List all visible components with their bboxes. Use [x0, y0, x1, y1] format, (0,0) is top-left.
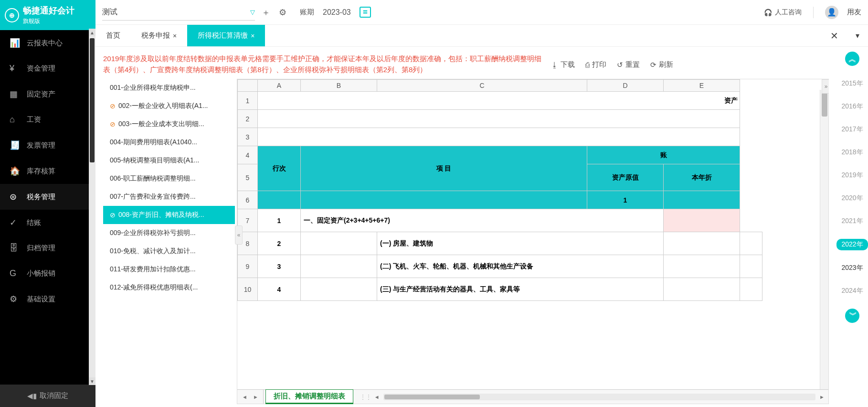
sidebar-scrollbar[interactable]: ▲ ▼ [89, 29, 95, 385]
scroll-up-icon[interactable]: ▲ [89, 29, 95, 36]
cell[interactable] [301, 255, 377, 278]
sidebar-item-9[interactable]: G小畅报销 [0, 261, 95, 286]
sidebar-item-2[interactable]: ▦固定资产 [0, 81, 95, 107]
year-2017年[interactable]: 2017年 [838, 124, 866, 135]
sidebar-item-0[interactable]: 📊云报表中心 [0, 30, 95, 56]
drag-dots-icon: ⋮⋮ [357, 394, 374, 400]
cell-xiangmu[interactable]: 一、固定资产(2+3+4+5+6+7) [301, 209, 664, 232]
print-button[interactable]: ⎙打印 [585, 60, 606, 69]
form-item-6[interactable]: 007-广告费和业务宣传费跨... [103, 188, 235, 206]
year-2022年[interactable]: 2022年 [836, 239, 868, 250]
expand-handle[interactable]: » [822, 79, 829, 94]
form-item-9[interactable]: 010-免税、减计收入及加计... [103, 242, 235, 260]
cell-xingci[interactable]: 4 [258, 278, 301, 301]
sheet-hscrollbar[interactable]: ⋮⋮ ◄ ► [353, 390, 828, 404]
year-2020年[interactable]: 2020年 [838, 193, 866, 204]
hscroll-right-icon[interactable]: ► [819, 394, 825, 400]
form-item-3[interactable]: 004-期间费用明细表(A1040... [103, 133, 235, 151]
cell-zhejiu[interactable] [740, 255, 762, 278]
tab-menu-button[interactable]: ▾ [847, 25, 868, 46]
settings-icon[interactable]: ⚙ [277, 5, 288, 20]
tab-close-icon[interactable]: × [173, 32, 177, 40]
scrollbar-thumb[interactable] [90, 38, 95, 162]
reset-button[interactable]: ↺重置 [617, 60, 640, 69]
cell-xiangmu[interactable]: (一) 房屋、建筑物 [377, 232, 664, 255]
sidebar-item-5[interactable]: 🏠库存核算 [0, 158, 95, 184]
cell[interactable] [258, 110, 740, 128]
sidebar-item-1[interactable]: ¥资金管理 [0, 56, 95, 81]
sidebar-item-6[interactable]: ⊜税务管理 [0, 184, 95, 210]
year-2024年[interactable]: 2024年 [838, 286, 866, 296]
year-2021年[interactable]: 2021年 [838, 216, 866, 226]
form-item-8[interactable]: 009-企业所得税弥补亏损明... [103, 224, 235, 242]
year-2015年[interactable]: 2015年 [838, 78, 866, 89]
form-item-4[interactable]: 005-纳税调整项目明细表(A1... [103, 151, 235, 170]
cell-xingci[interactable]: 2 [258, 232, 301, 255]
refresh-button[interactable]: ⟳刷新 [650, 60, 673, 69]
form-item-0[interactable]: 001-企业所得税年度纳税申... [103, 79, 235, 97]
form-item-10[interactable]: 011-研发费用加计扣除优惠... [103, 260, 235, 278]
cell-yuanzhi[interactable] [664, 232, 740, 255]
sidebar-item-label: 云报表中心 [27, 39, 63, 48]
calendar-icon[interactable]: 〓 [360, 7, 371, 18]
tab-0[interactable]: 首页 [95, 25, 131, 46]
sheet-vscrollbar[interactable] [820, 90, 828, 389]
sidebar-item-7[interactable]: ✓结账 [0, 210, 95, 236]
collapse-handle[interactable]: « [235, 225, 243, 245]
cell-zhejiu[interactable] [740, 232, 762, 255]
hscroll-thumb[interactable] [384, 395, 480, 399]
hscroll-left-icon[interactable]: ◄ [374, 394, 380, 400]
year-2016年[interactable]: 2016年 [838, 101, 866, 112]
cell[interactable] [301, 232, 377, 255]
form-item-1[interactable]: ⊘002-一般企业收入明细表(A1... [103, 97, 235, 115]
cell-yuanzhi[interactable] [664, 255, 740, 278]
form-item-5[interactable]: 006-职工薪酬纳税调整明细... [103, 170, 235, 188]
support-button[interactable]: 🎧 人工咨询 [764, 8, 802, 17]
sidebar-item-10[interactable]: ⚙基础设置 [0, 286, 95, 312]
header-xiangmu: 项 目 [301, 146, 587, 191]
topbar: 测试 ▽ ＋ ⚙ 账期 2023-03 〓 🎧 人工咨询 👤 用友 [95, 0, 868, 25]
sidebar-item-label: 税务管理 [27, 193, 55, 202]
vscroll-thumb[interactable] [822, 92, 827, 117]
download-button[interactable]: ⭳下载 [551, 60, 575, 69]
form-item-label: 010-免税、减计收入及加计... [110, 247, 196, 256]
cell-yuanzhi[interactable] [664, 278, 740, 301]
nav-first-icon[interactable]: ◄ [242, 394, 247, 400]
sidebar-unpin-button[interactable]: ◀▮ 取消固定 [0, 385, 95, 407]
sidebar-item-label: 基础设置 [27, 295, 55, 304]
form-item-11[interactable]: 012-减免所得税优惠明细表(... [103, 278, 235, 297]
sheet-tab-name[interactable]: 折旧、摊销调整明细表 [265, 389, 353, 404]
cell-xiangmu[interactable]: (二) 飞机、火车、轮船、机器、机械和其他生产设备 [377, 255, 664, 278]
cell-zhejiu[interactable] [740, 278, 762, 301]
tab-close-icon[interactable]: × [251, 32, 254, 40]
year-scroll-up-button[interactable]: ︽ [845, 52, 859, 66]
cell[interactable] [301, 278, 377, 301]
sidebar-item-4[interactable]: 🧾发票管理 [0, 132, 95, 158]
tab-2[interactable]: 所得税汇算清缴× [187, 25, 265, 46]
sidebar-icon-4: 🧾 [10, 140, 20, 150]
warning-icon: ⊘ [110, 211, 116, 219]
nav-next-icon[interactable]: ► [253, 394, 258, 400]
scroll-down-icon[interactable]: ▼ [89, 377, 95, 385]
year-2023年[interactable]: 2023年 [838, 263, 866, 273]
year-scroll-down-button[interactable]: ︽ [845, 309, 859, 323]
year-2018年[interactable]: 2018年 [838, 147, 866, 158]
user-avatar[interactable]: 👤 [825, 6, 838, 19]
form-item-label: 011-研发费用加计扣除优惠... [110, 265, 196, 274]
row-num-6: 6 [238, 191, 258, 209]
sheet-nav: ◄ ► [237, 390, 264, 404]
cell-xingci[interactable]: 3 [258, 255, 301, 278]
tab-1[interactable]: 税务申报× [131, 25, 187, 46]
company-selector[interactable]: 测试 ▽ [102, 4, 255, 21]
cell-xingci[interactable]: 1 [258, 209, 301, 232]
year-2019年[interactable]: 2019年 [838, 170, 866, 181]
sidebar-item-8[interactable]: 🗄归档管理 [0, 236, 95, 261]
cell-xiangmu[interactable]: (三) 与生产经营活动有关的器具、工具、家具等 [377, 278, 664, 301]
sidebar-item-3[interactable]: ⌂工资 [0, 107, 95, 132]
cell-yuanzhi[interactable] [664, 209, 740, 232]
add-button[interactable]: ＋ [260, 5, 272, 20]
form-item-7[interactable]: ⊘008-资产折旧、摊销及纳税... [103, 206, 235, 224]
cell[interactable] [258, 128, 740, 146]
close-all-tabs-button[interactable]: ✕ [822, 25, 847, 46]
form-item-2[interactable]: ⊘003-一般企业成本支出明细... [103, 115, 235, 133]
